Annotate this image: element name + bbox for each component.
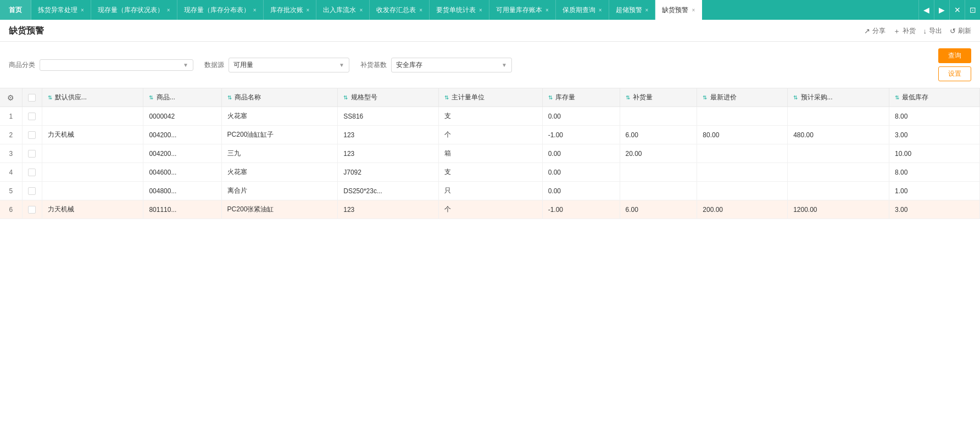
cell-latest-price	[697, 107, 788, 126]
cell-min-stock: 3.00	[889, 126, 980, 144]
tab-inventory-dist[interactable]: 现存量（库存分布表） ×	[177, 0, 264, 20]
cell-latest-price: 200.00	[697, 200, 788, 219]
query-button[interactable]: 查询	[938, 48, 971, 63]
tab-home-label: 首页	[9, 5, 22, 15]
tab-nav-prev[interactable]: ◀	[918, 0, 934, 20]
tab-inout-close[interactable]: ×	[359, 7, 363, 13]
tab-inventory-status-close[interactable]: ×	[167, 7, 170, 13]
cell-stock: 0.00	[542, 163, 620, 182]
row-checkbox[interactable]	[28, 131, 36, 139]
row-checkbox[interactable]	[28, 169, 36, 176]
cell-checkbox[interactable]	[22, 163, 42, 182]
product-code-sort-icon: ⇅	[149, 94, 153, 100]
cell-supplier	[42, 144, 143, 163]
tab-abnormal-close[interactable]: ×	[81, 7, 84, 13]
tab-abnormal[interactable]: 拣货异常处理 ×	[31, 0, 91, 20]
replenish-select[interactable]: 安全库存 ▼	[391, 58, 512, 72]
col-product-name[interactable]: ⇅ 商品名称	[221, 88, 338, 107]
cell-replenish-qty: 6.00	[620, 200, 697, 219]
min-stock-sort-icon: ⇅	[895, 94, 899, 100]
col-checkbox[interactable]	[22, 88, 42, 107]
tab-window-btn[interactable]: ⊡	[965, 0, 980, 20]
header-checkbox[interactable]	[28, 94, 36, 102]
export-btn[interactable]: ↓ 导出	[923, 26, 943, 36]
col-spec-label: 规格型号	[351, 93, 377, 101]
cell-checkbox[interactable]	[22, 126, 42, 144]
page-header: 缺货预警 ↗ 分享 ＋ 补货 ↓ 导出 ↺ 刷新	[0, 20, 980, 42]
cell-row-num: 1	[0, 107, 22, 126]
cell-stock: -1.00	[542, 200, 620, 219]
tab-overstock[interactable]: 超储预警 ×	[609, 0, 656, 20]
replenish-btn[interactable]: ＋ 补货	[893, 26, 916, 36]
tab-overstock-close[interactable]: ×	[645, 7, 649, 13]
category-chevron-icon: ▼	[183, 62, 188, 68]
tab-expiry-close[interactable]: ×	[599, 7, 602, 13]
row-checkbox[interactable]	[28, 113, 36, 120]
tab-home[interactable]: 首页	[0, 0, 31, 20]
category-filter-group: 商品分类 ▼	[9, 59, 193, 71]
cell-checkbox[interactable]	[22, 144, 42, 163]
col-gear[interactable]: ⚙	[0, 88, 22, 107]
replenish-label: 补货	[903, 26, 916, 36]
cell-spec: SS816	[338, 107, 439, 126]
table-gear-icon[interactable]: ⚙	[7, 93, 14, 102]
tab-inventory-status[interactable]: 现存量（库存状况表） ×	[91, 0, 177, 20]
cell-spec: J7092	[338, 163, 439, 182]
tab-expiry[interactable]: 保质期查询 ×	[556, 0, 609, 20]
share-label: 分享	[872, 26, 886, 36]
cell-checkbox[interactable]	[22, 107, 42, 126]
col-min-stock[interactable]: ⇅ 最低库存	[889, 88, 980, 107]
tab-close-all[interactable]: ✕	[949, 0, 965, 20]
tab-shortage[interactable]: 缺货预警 ×	[655, 0, 702, 20]
table-row: 6 力天机械 801110... PC200张紧油缸 123 个 -1.00 6…	[0, 200, 980, 219]
col-supplier[interactable]: ⇅ 默认供应...	[42, 88, 143, 107]
col-est-purchase[interactable]: ⇅ 预计采购...	[788, 88, 889, 107]
row-checkbox[interactable]	[28, 187, 36, 195]
settings-button[interactable]: 设置	[938, 66, 971, 81]
cell-checkbox[interactable]	[22, 200, 42, 219]
cell-unit: 个	[438, 126, 542, 144]
tab-batch-close[interactable]: ×	[307, 7, 310, 13]
stock-sort-icon: ⇅	[548, 94, 553, 100]
tab-receipt-summary-close[interactable]: ×	[419, 7, 422, 13]
col-latest-price[interactable]: ⇅ 最新进价	[697, 88, 788, 107]
tab-available-ledger-label: 可用量库存账本	[496, 5, 542, 15]
tab-inout[interactable]: 出入库流水 ×	[316, 0, 370, 20]
row-checkbox[interactable]	[28, 206, 36, 214]
tab-demand-stat[interactable]: 要货单统计表 ×	[430, 0, 489, 20]
datasource-select[interactable]: 可用量 ▼	[229, 58, 349, 72]
cell-product-code: 004600...	[143, 163, 221, 182]
replenish-qty-sort-icon: ⇅	[626, 94, 630, 100]
tab-available-ledger-close[interactable]: ×	[545, 7, 549, 13]
cell-min-stock: 3.00	[889, 200, 980, 219]
tab-shortage-close[interactable]: ×	[692, 7, 695, 13]
tab-nav-next[interactable]: ▶	[934, 0, 949, 20]
tab-receipt-summary[interactable]: 收发存汇总表 ×	[370, 0, 430, 20]
tab-abnormal-label: 拣货异常处理	[38, 5, 77, 15]
tab-inventory-dist-close[interactable]: ×	[253, 7, 257, 13]
tab-demand-stat-close[interactable]: ×	[479, 7, 482, 13]
category-select[interactable]: ▼	[40, 59, 193, 71]
cell-checkbox[interactable]	[22, 182, 42, 200]
col-min-stock-label: 最低库存	[902, 93, 928, 101]
cell-replenish-qty: 20.00	[620, 144, 697, 163]
cell-supplier	[42, 163, 143, 182]
tab-available-ledger[interactable]: 可用量库存账本 ×	[489, 0, 556, 20]
col-product-code[interactable]: ⇅ 商品...	[143, 88, 221, 107]
replenish-filter-group: 补货基数 安全库存 ▼	[360, 58, 512, 72]
est-purchase-sort-icon: ⇅	[793, 94, 798, 100]
tab-batch[interactable]: 库存批次账 ×	[264, 0, 317, 20]
row-checkbox[interactable]	[28, 150, 36, 158]
table-header-row: ⚙ ⇅ 默认供应... ⇅ 商品... ⇅	[0, 88, 980, 107]
tab-shortage-label: 缺货预警	[662, 5, 688, 15]
col-spec[interactable]: ⇅ 规格型号	[338, 88, 439, 107]
col-unit[interactable]: ⇅ 主计量单位	[438, 88, 542, 107]
cell-product-code: 004200...	[143, 126, 221, 144]
col-stock[interactable]: ⇅ 库存量	[542, 88, 620, 107]
share-btn[interactable]: ↗ 分享	[864, 26, 886, 36]
replenish-icon: ＋	[893, 26, 900, 36]
refresh-btn[interactable]: ↺ 刷新	[950, 26, 971, 36]
col-replenish-qty[interactable]: ⇅ 补货量	[620, 88, 697, 107]
cell-replenish-qty	[620, 182, 697, 200]
cell-unit: 支	[438, 163, 542, 182]
